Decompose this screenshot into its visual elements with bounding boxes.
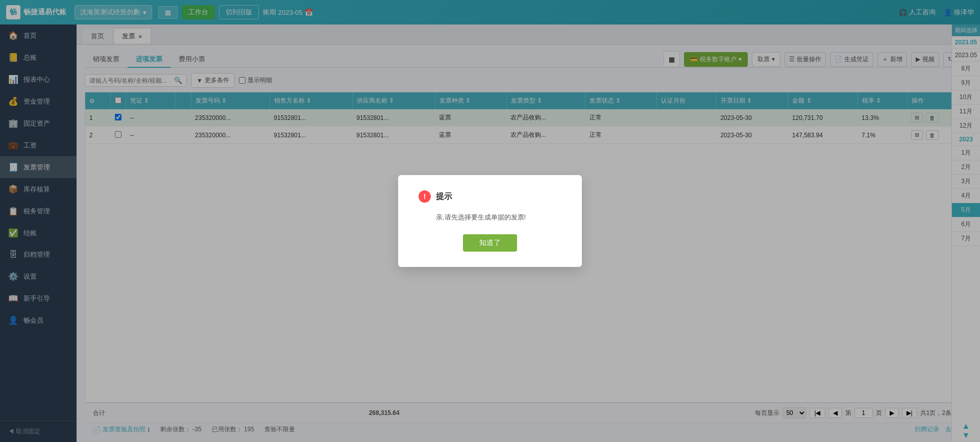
modal-header: ! 提示 — [419, 190, 561, 203]
confirm-button[interactable]: 知道了 — [463, 234, 517, 252]
modal-dialog: ! 提示 亲,请先选择要生成单据的发票! 知道了 — [398, 175, 582, 267]
warning-icon: ! — [419, 190, 431, 203]
modal-message: 亲,请先选择要生成单据的发票! — [436, 213, 526, 221]
modal-overlay: ! 提示 亲,请先选择要生成单据的发票! 知道了 — [0, 0, 980, 442]
modal-body: 亲,请先选择要生成单据的发票! — [419, 213, 561, 222]
modal-footer: 知道了 — [419, 234, 561, 252]
modal-title: 提示 — [436, 191, 452, 202]
